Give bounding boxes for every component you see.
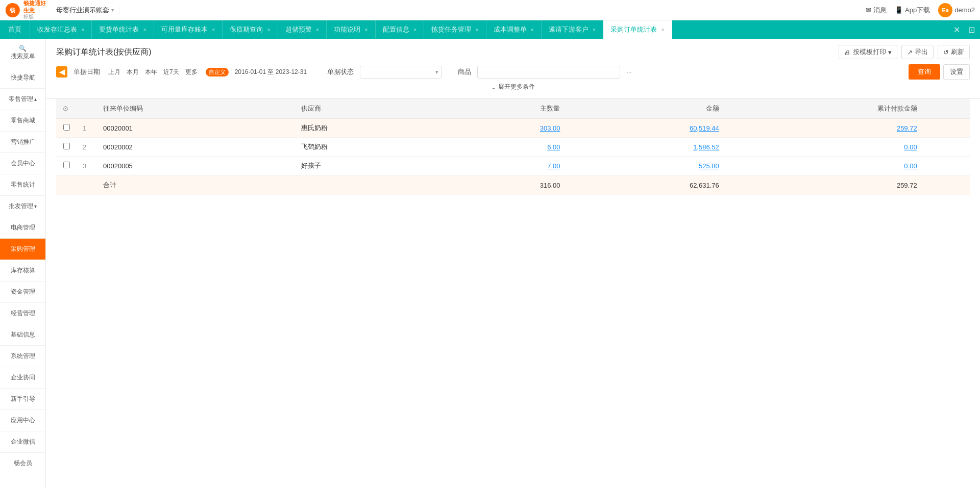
tab-home[interactable]: 首页 [0,20,30,39]
expand-more-label: 展开更多条件 [498,83,535,91]
sidebar-item-finance[interactable]: 资金管理 [0,281,45,303]
tab-shoufacun-close[interactable]: × [81,27,84,33]
sidebar-item-system[interactable]: 系统管理 [0,346,45,367]
tab-peizhi[interactable]: 配置信息 × [376,20,424,39]
sidebar-item-quicknav[interactable]: 快捷导航 [0,67,45,89]
sidebar-item-wechat[interactable]: 企业微信 [0,431,45,453]
query-button[interactable]: 查询 [909,64,940,80]
app-download-btn[interactable]: 📱 App下载 [895,6,930,15]
footer-amount: 62,631.76 [566,175,725,195]
sidebar-item-search[interactable]: 🔍 搜索菜单 [0,39,45,67]
settings-icon[interactable]: ⚙ [62,105,69,113]
user-info[interactable]: Ea demo2 [938,3,975,17]
sidebar-item-basic[interactable]: 基础信息 [0,324,45,346]
expand-more-btn[interactable]: ⌄ 展开更多条件 [491,83,535,91]
export-label: 导出 [915,47,928,57]
tab-kuyong-label: 可用量库存账本 [161,25,208,34]
tab-kuyong-close[interactable]: × [212,27,215,33]
goods-input[interactable] [477,66,620,79]
cell-paid[interactable]: 259.72 [725,119,923,138]
row-checkbox[interactable] [63,162,70,168]
message-btn[interactable]: ✉ 消息 [866,6,887,15]
sidebar-item-operations[interactable]: 经营管理 [0,303,45,324]
tab-baozhi-close[interactable]: × [267,27,270,33]
nav-close-btn[interactable]: ✕ [950,24,963,36]
workspace-selector[interactable]: 母婴行业演示账套 ▾ [51,6,119,15]
shortcut-last-month[interactable]: 上月 [106,67,122,77]
chevron-down-icon-2: ▾ [34,203,37,209]
cell-amount[interactable]: 525.80 [566,157,725,175]
more-dots-icon[interactable]: ··· [626,68,632,76]
cell-amount[interactable]: 1,586.52 [566,138,725,157]
sidebar-item-appcenter[interactable]: 应用中心 [0,410,45,431]
sidebar-item-collab[interactable]: 企业协同 [0,367,45,389]
sidebar-item-retail-stats[interactable]: 零售统计 [0,174,45,196]
tab-jianhuo-close[interactable]: × [475,27,478,33]
cell-supplier: 飞鹤奶粉 [295,138,443,157]
sidebar-item-retail-shop[interactable]: 零售商城 [0,110,45,132]
cell-amount[interactable]: 60,519.44 [566,119,725,138]
th-qty: 主数量 [443,99,567,119]
sidebar-item-member[interactable]: 会员中心 [0,153,45,174]
tab-yaohuo-close[interactable]: × [143,27,146,33]
cell-check[interactable] [56,119,77,138]
th-extra [923,99,970,119]
tab-gongneng-close[interactable]: × [364,27,368,33]
cell-check[interactable] [56,138,77,157]
filter-toggle-btn[interactable]: ◀ [56,66,67,78]
tab-chengben[interactable]: 成本调整单 × [486,20,542,39]
tab-baozhi[interactable]: 保质期查询 × [223,20,278,39]
cell-paid[interactable]: 0.00 [725,157,923,175]
row-checkbox[interactable] [63,124,70,131]
refresh-button[interactable]: ↺ 刷新 [938,45,970,59]
sidebar-item-member2[interactable]: 畅会员 [0,453,45,474]
sidebar-item-purchase[interactable]: 采购管理 [0,239,45,260]
sidebar-operations-label: 经营管理 [3,309,42,318]
tab-yaoqing[interactable]: 邀请下游客户 × [542,20,603,39]
sidebar-item-retail-mgmt[interactable]: 零售管理 ▴ [0,89,45,110]
tab-chengben-close[interactable]: × [531,27,534,33]
shortcut-this-year[interactable]: 本年 [143,67,159,77]
th-rownum [77,99,97,119]
cell-paid[interactable]: 0.00 [725,138,923,157]
tab-chaochujing[interactable]: 超储预警 × [278,20,327,39]
printer-icon: 🖨 [844,48,851,56]
tab-yaoqing-close[interactable]: × [593,27,596,33]
sidebar-item-wholesale[interactable]: 批发管理 ▾ [0,196,45,217]
shortcut-this-month[interactable]: 本月 [125,67,141,77]
custom-date-badge[interactable]: 自定义 [206,68,229,76]
message-icon: ✉ [866,6,871,14]
cell-qty[interactable]: 7.00 [443,157,567,175]
tab-yaohuo[interactable]: 要货单统计表 × [92,20,154,39]
setting-button[interactable]: 设置 [943,64,970,80]
tab-kuyong[interactable]: 可用量库存账本 × [154,20,223,39]
tab-caigou-close[interactable]: × [661,27,664,33]
tab-shoufacun[interactable]: 收发存汇总表 × [30,20,92,39]
cell-qty[interactable]: 6.00 [443,138,567,157]
tab-gongneng[interactable]: 功能说明 × [327,20,375,39]
row-checkbox[interactable] [63,143,70,149]
sidebar-item-ecommerce[interactable]: 电商管理 [0,217,45,239]
sidebar-item-inventory[interactable]: 库存核算 [0,260,45,281]
tab-chaochujing-close[interactable]: × [316,27,319,33]
export-button[interactable]: ↗ 导出 [901,45,934,59]
tab-peizhi-close[interactable]: × [413,27,416,33]
tab-caigou[interactable]: 采购订单统计表 × [603,20,672,39]
cell-qty[interactable]: 303.00 [443,119,567,138]
th-supplier-label: 供应商 [301,105,321,112]
template-print-button[interactable]: 🖨 按模板打印 ▾ [839,45,897,59]
sidebar: 🔍 搜索菜单 快捷导航 零售管理 ▴ 零售商城 营销推广 会员中心 零售统计 批… [0,39,46,488]
sidebar-wechat-label: 企业微信 [3,438,42,446]
sidebar-item-marketing[interactable]: 营销推广 [0,132,45,153]
shortcut-7days[interactable]: 近7天 [161,67,181,77]
table-row: 1 00020001 惠氏奶粉 303.00 60,519.44 259.72 [56,119,970,138]
tab-jianhuo[interactable]: 拣货任务管理 × [424,20,486,39]
status-select[interactable] [360,66,442,79]
nav-expand-btn[interactable]: ⊡ [965,24,978,36]
footer-empty-2 [77,175,97,195]
sidebar-item-newguide[interactable]: 新手引导 [0,389,45,410]
shortcut-more[interactable]: 更多 [183,67,200,77]
refresh-label: 刷新 [951,47,964,57]
sidebar-newguide-label: 新手引导 [3,395,42,403]
cell-check[interactable] [56,157,77,175]
